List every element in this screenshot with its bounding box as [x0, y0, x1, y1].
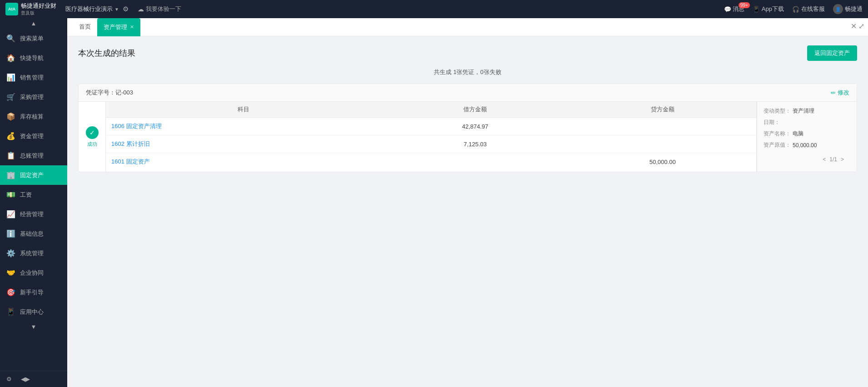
- sidebar-item-guide[interactable]: 🎯 新手引导: [0, 283, 67, 302]
- info-icon: ℹ️: [6, 229, 15, 238]
- money-icon: 💰: [6, 132, 15, 140]
- col-header-subject: 科目: [106, 102, 382, 117]
- expand-panel-button[interactable]: ⤢: [858, 22, 864, 30]
- sidebar-item-label: 应用中心: [20, 308, 44, 316]
- sidebar-item-label: 固定资产: [20, 171, 44, 179]
- col-header-credit: 贷方金额: [569, 102, 756, 117]
- asset-name-value: 电脑: [793, 130, 804, 138]
- sidebar-item-label: 总账管理: [20, 152, 44, 160]
- sidebar-item-search[interactable]: 🔍 搜索菜单: [0, 29, 67, 48]
- status-text: 成功: [87, 141, 97, 148]
- asset-name-label: 资产名称：: [764, 130, 791, 138]
- row1-subject[interactable]: 1606 固定资产清理: [106, 118, 382, 135]
- status-column: ✓ 成功: [79, 102, 106, 172]
- customer-service-button[interactable]: 🎧 在线客服: [792, 5, 825, 13]
- sidebar-item-basic-info[interactable]: ℹ️ 基础信息: [0, 224, 67, 243]
- row3-debit: [382, 157, 569, 166]
- enterprise-icon: 🤝: [6, 268, 15, 277]
- sidebar-item-quick-nav[interactable]: 🏠 快捷导航: [0, 48, 67, 68]
- tab-home[interactable]: 首页: [73, 18, 97, 36]
- voucher-table: 科目 借方金额 贷方金额 1606 固定资产清理 42,874.97: [106, 102, 757, 172]
- tab-asset-label: 资产管理: [104, 23, 127, 31]
- return-button[interactable]: 返回固定资产: [807, 45, 857, 61]
- sales-icon: 📊: [6, 73, 15, 82]
- toggle-icon[interactable]: ◀▶: [21, 376, 30, 382]
- sidebar-item-label: 快捷导航: [20, 54, 44, 62]
- next-page-button[interactable]: >: [841, 156, 844, 163]
- logo-name: 畅捷通好业财: [21, 2, 56, 10]
- trial-label[interactable]: 我要体验一下: [146, 5, 181, 13]
- company-name: 医疗器械行业演示: [65, 5, 113, 13]
- original-value-value: 50,000.00: [793, 142, 817, 149]
- row2-subject[interactable]: 1602 累计折旧: [106, 135, 382, 153]
- tab-bar: 首页 资产管理 ✕: [67, 18, 868, 36]
- sidebar-item-sales[interactable]: 📊 销售管理: [0, 68, 67, 87]
- message-icon: 💬: [724, 6, 731, 13]
- cloud-icon: ☁: [138, 5, 144, 13]
- voucher-number: 凭证字号：记-003: [86, 89, 133, 97]
- sidebar-item-app-center[interactable]: 📱 应用中心: [0, 302, 67, 322]
- sidebar-item-enterprise[interactable]: 🤝 企业协同: [0, 263, 67, 283]
- app-center-icon: 📱: [6, 308, 15, 316]
- sidebar-item-label: 资金管理: [20, 132, 44, 140]
- sidebar-item-capital[interactable]: 💰 资金管理: [0, 126, 67, 146]
- sidebar-item-label: 经营管理: [20, 210, 44, 218]
- sidebar-item-salary[interactable]: 💵 工资: [0, 185, 67, 204]
- sidebar-item-purchase[interactable]: 🛒 采购管理: [0, 87, 67, 107]
- logo-sub: 普及版: [21, 10, 56, 16]
- logo-text-block: 畅捷通好业财 普及版: [21, 2, 56, 16]
- result-summary: 共生成 1张凭证，0张失败: [78, 68, 857, 76]
- table-row: 1602 累计折旧 7,125.03: [106, 135, 756, 153]
- row1-debit: 42,874.97: [382, 119, 569, 134]
- voucher-panel: 凭证字号：记-003 ✏ 修改 ✓ 成功: [78, 84, 857, 172]
- app-logo: AtA 畅捷通好业财 普及版: [5, 2, 56, 16]
- sidebar-item-ledger[interactable]: 📋 总账管理: [0, 146, 67, 165]
- page-info: 1/1: [829, 156, 837, 163]
- company-selector[interactable]: 医疗器械行业演示 ▼: [65, 5, 119, 13]
- home-icon: 🏠: [6, 54, 15, 62]
- user-menu[interactable]: 👤 畅捷通: [833, 4, 863, 14]
- voucher-header: 凭证字号：记-003 ✏ 修改: [79, 84, 857, 102]
- row2-credit: [569, 139, 756, 149]
- message-button[interactable]: 💬 消息 99+: [724, 5, 744, 13]
- app-download-button[interactable]: 📱 App下载: [753, 5, 784, 13]
- sidebar-scroll-down[interactable]: ▼: [0, 322, 67, 332]
- change-type-value: 资产清理: [793, 107, 814, 115]
- sidebar-item-fixed-assets[interactable]: 🏢 固定资产: [0, 165, 67, 185]
- box-icon: 📦: [6, 112, 15, 121]
- logo-icon: AtA: [5, 3, 18, 15]
- sidebar-bottom: ⚙ ◀▶: [0, 371, 67, 387]
- prev-page-button[interactable]: <: [823, 156, 826, 163]
- username: 畅捷通: [845, 5, 863, 13]
- sidebar-item-system[interactable]: ⚙️ 系统管理: [0, 243, 67, 263]
- salary-icon: 💵: [6, 190, 15, 199]
- sidebar-item-label: 新手引导: [20, 288, 44, 297]
- tab-close-icon[interactable]: ✕: [130, 24, 134, 30]
- row1-credit: [569, 122, 756, 131]
- close-panel-button[interactable]: ✕: [851, 22, 857, 30]
- company-dropdown-icon: ▼: [114, 7, 119, 12]
- sidebar-item-label: 系统管理: [20, 249, 44, 258]
- page-header: 本次生成的结果 返回固定资产: [78, 45, 857, 61]
- tab-asset-management[interactable]: 资产管理 ✕: [97, 18, 140, 36]
- panel-controls: ✕ ⤢: [847, 18, 868, 34]
- sidebar: ▲ 🔍 搜索菜单 🏠 快捷导航 📊 销售管理 🛒 采购管理 📦 库存核算 💰 资…: [0, 18, 67, 387]
- sidebar-item-inventory[interactable]: 📦 库存核算: [0, 107, 67, 126]
- sidebar-item-label: 采购管理: [20, 93, 44, 101]
- sidebar-item-operations[interactable]: 📈 经营管理: [0, 204, 67, 224]
- date-label: 日期：: [764, 119, 780, 126]
- sidebar-item-label: 工资: [20, 191, 32, 199]
- search-icon: 🔍: [6, 34, 15, 43]
- system-icon: ⚙️: [6, 249, 15, 258]
- sidebar-scroll-up[interactable]: ▲: [0, 18, 67, 29]
- pagination: < 1/1 >: [764, 153, 850, 166]
- gear-icon[interactable]: ⚙: [123, 5, 129, 13]
- main-container: ✕ ⤢ 首页 资产管理 ✕ 本次生成的结果 返回固定资产 共生成 1张凭证，0张…: [67, 18, 868, 387]
- sidebar-item-label: 企业协同: [20, 269, 44, 277]
- building-icon: 🏢: [6, 171, 15, 179]
- settings-icon[interactable]: ⚙: [6, 376, 12, 382]
- edit-button[interactable]: ✏ 修改: [831, 89, 849, 97]
- chart-icon: 📈: [6, 210, 15, 218]
- row3-subject[interactable]: 1601 固定资产: [106, 153, 382, 170]
- success-icon: ✓: [86, 126, 99, 139]
